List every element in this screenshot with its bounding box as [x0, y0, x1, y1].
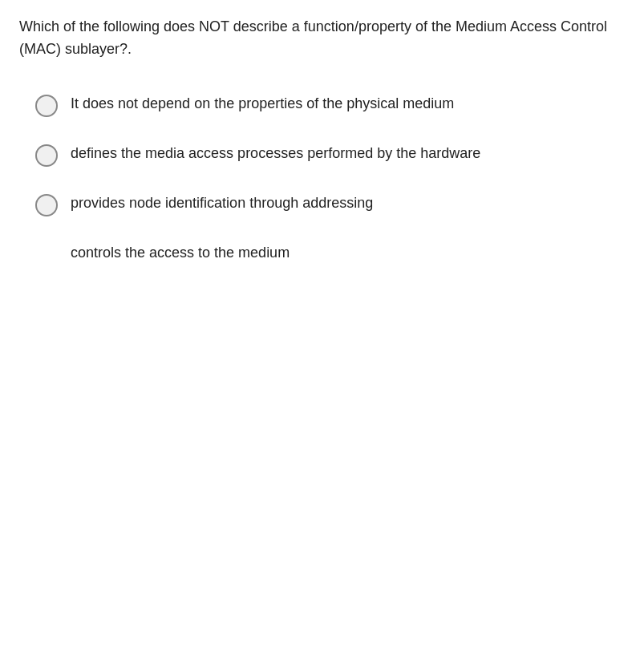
option-a-text: It does not depend on the properties of …: [71, 93, 454, 115]
option-b-text: defines the media access processes perfo…: [71, 143, 480, 165]
option-c[interactable]: provides node identification through add…: [35, 192, 625, 216]
option-b[interactable]: defines the media access processes perfo…: [35, 143, 625, 167]
radio-c[interactable]: [35, 194, 58, 216]
option-d[interactable]: controls the access to the medium: [35, 242, 625, 265]
radio-b[interactable]: [35, 144, 58, 167]
option-c-text: provides node identification through add…: [71, 192, 373, 215]
radio-a[interactable]: [35, 95, 58, 117]
question-container: Which of the following does NOT describe…: [19, 16, 625, 265]
option-d-text: controls the access to the medium: [71, 242, 290, 265]
options-list: It does not depend on the properties of …: [19, 93, 625, 265]
option-a[interactable]: It does not depend on the properties of …: [35, 93, 625, 117]
question-text: Which of the following does NOT describe…: [19, 16, 625, 61]
